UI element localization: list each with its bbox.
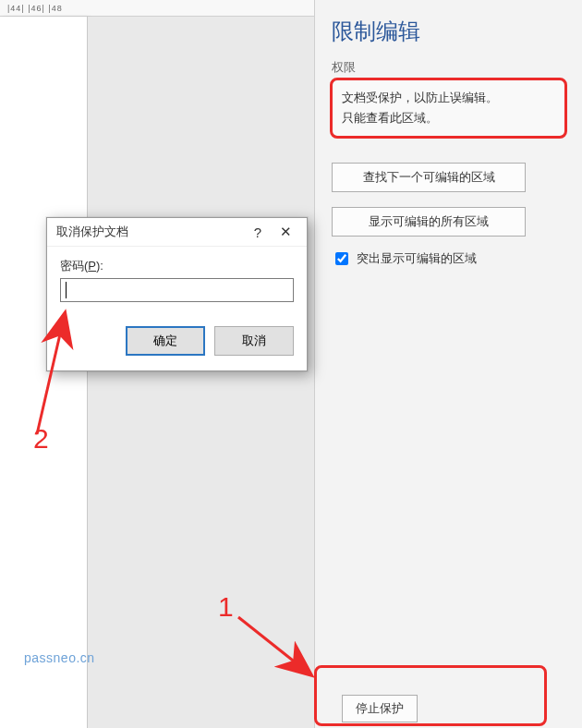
highlight-editable-checkbox-row[interactable]: 突出显示可编辑的区域 xyxy=(332,249,565,268)
dialog-help-button[interactable]: ? xyxy=(244,224,272,240)
dialog-close-button[interactable]: ✕ xyxy=(272,224,299,240)
show-all-editable-button[interactable]: 显示可编辑的所有区域 xyxy=(332,207,526,237)
ruler: |44| |46| |48 xyxy=(0,0,314,17)
ruler-marks: |44| |46| |48 xyxy=(7,4,63,13)
stop-protection-button[interactable]: 停止保护 xyxy=(342,695,418,722)
unprotect-document-dialog: 取消保护文档 ? ✕ 密码(P): 确定 取消 xyxy=(46,217,308,371)
password-input[interactable] xyxy=(60,278,294,302)
highlight-editable-checkbox[interactable] xyxy=(335,252,348,265)
permissions-info: 文档受保护，以防止误编辑。 只能查看此区域。 xyxy=(332,79,565,137)
restrict-editing-panel: 限制编辑 权限 文档受保护，以防止误编辑。 只能查看此区域。 查找下一个可编辑的… xyxy=(314,0,582,728)
dialog-body: 密码(P): 确定 取消 xyxy=(47,247,307,370)
info-line-2: 只能查看此区域。 xyxy=(342,108,555,128)
info-line-1: 文档受保护，以防止误编辑。 xyxy=(342,88,555,108)
find-next-editable-button[interactable]: 查找下一个可编辑的区域 xyxy=(332,163,526,192)
text-caret xyxy=(66,282,67,298)
permissions-label: 权限 xyxy=(332,59,565,76)
watermark: passneo.cn xyxy=(24,650,95,665)
dialog-title: 取消保护文档 xyxy=(56,224,244,240)
annotation-number-1: 1 xyxy=(218,591,234,623)
ok-button[interactable]: 确定 xyxy=(126,326,205,356)
annotation-number-2: 2 xyxy=(33,423,49,455)
password-label: 密码(P): xyxy=(60,258,294,274)
document-canvas-bg xyxy=(88,17,314,728)
highlight-editable-label: 突出显示可编辑的区域 xyxy=(357,250,477,267)
dialog-button-row: 确定 取消 xyxy=(60,326,294,356)
document-page[interactable] xyxy=(0,17,88,728)
cancel-button[interactable]: 取消 xyxy=(214,326,294,356)
panel-title: 限制编辑 xyxy=(332,17,565,46)
dialog-titlebar[interactable]: 取消保护文档 ? ✕ xyxy=(47,218,307,247)
